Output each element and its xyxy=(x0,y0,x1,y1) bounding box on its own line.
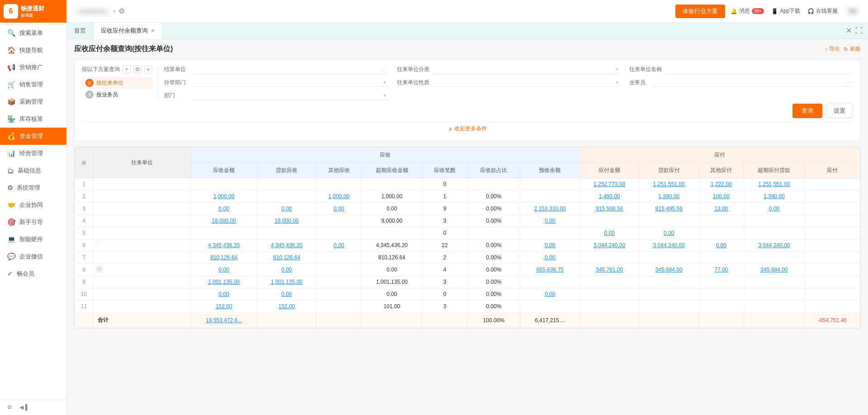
table-cell[interactable]: 101.00 xyxy=(362,301,422,313)
table-cell[interactable]: 0.00 xyxy=(362,288,422,301)
table-cell[interactable]: 0.00 xyxy=(520,288,580,301)
table-cell[interactable]: 0.00% xyxy=(467,288,520,301)
table-cell[interactable]: 18,000.00 xyxy=(191,215,257,227)
table-cell[interactable]: 0.00 xyxy=(520,215,580,227)
table-cell[interactable]: 0.00% xyxy=(467,239,520,252)
table-cell[interactable]: 1,251,551.00 xyxy=(639,178,699,191)
table-cell[interactable]: 0 xyxy=(422,288,467,301)
table-cell[interactable]: 1,252,773.00 xyxy=(580,178,639,191)
table-cell[interactable]: 3,044,240.00 xyxy=(580,239,639,252)
table-cell[interactable]: 18,000.00 xyxy=(257,215,316,227)
sidebar-item-wechat[interactable]: 💬 企业微信 xyxy=(0,248,66,265)
table-cell[interactable]: 1,001,135.00 xyxy=(191,276,257,288)
tab-close-all-icon[interactable]: ✕ xyxy=(846,26,852,35)
sidebar-item-system[interactable]: ⚙ 系统管理 xyxy=(0,179,66,196)
table-cell[interactable]: 4,345,436.20 xyxy=(362,239,422,252)
table-cell[interactable]: 0.00 xyxy=(257,264,316,276)
solution-button[interactable]: 体验行业方案 xyxy=(675,5,725,18)
sidebar-item-inventory[interactable]: 🏪 库存核算 xyxy=(0,110,66,128)
table-cell[interactable]: 0.00 xyxy=(362,264,422,276)
table-cell[interactable]: 0.00 xyxy=(362,203,422,215)
table-cell[interactable]: 0 xyxy=(422,178,467,191)
table-cell[interactable]: 1,000.00 xyxy=(316,191,362,203)
table-cell[interactable]: 3,044,240.00 xyxy=(639,239,699,252)
table-cell[interactable]: 0.00 xyxy=(520,239,580,252)
table-cell[interactable]: 3 xyxy=(422,301,467,313)
table-cell[interactable]: 1,390.00 xyxy=(744,191,804,203)
sidebar-item-collab[interactable]: 🤝 企业协同 xyxy=(0,196,66,214)
table-cell[interactable]: 2 xyxy=(422,252,467,264)
settlement-input[interactable]: ··· xyxy=(192,65,388,74)
settlement-dots[interactable]: ··· xyxy=(382,66,386,72)
filter-by-unit[interactable]: 往 按往来单位 xyxy=(82,77,153,89)
table-cell[interactable]: 4 xyxy=(422,264,467,276)
tab-home[interactable]: 首页 xyxy=(67,23,94,39)
table-cell[interactable]: 0.00 xyxy=(316,203,362,215)
settings-button[interactable]: 设置 xyxy=(826,104,853,118)
table-cell[interactable]: 1,000.00 xyxy=(191,191,257,203)
table-cell[interactable]: 3 xyxy=(422,276,467,288)
table-cell[interactable]: 4,345,436.20 xyxy=(191,239,257,252)
user-info[interactable]: Rit xyxy=(845,7,861,16)
table-cell[interactable]: 345,761.00 xyxy=(580,264,639,276)
table-cell[interactable]: 2,153,333.00 xyxy=(520,203,580,215)
table-cell[interactable]: 0.00 xyxy=(744,203,804,215)
filter-collapse-icon[interactable]: « xyxy=(144,65,152,73)
sidebar-item-member[interactable]: ✓ 畅会员 xyxy=(0,265,66,282)
table-cell[interactable]: 4,345,436.20 xyxy=(257,239,316,252)
query-button[interactable]: 查询 xyxy=(793,104,822,118)
table-cell[interactable]: 1,001,135.00 xyxy=(257,276,316,288)
sidebar-item-finance[interactable]: 💰 资金管理 xyxy=(0,128,66,145)
sidebar-item-sales[interactable]: 🛒 销售管理 xyxy=(0,76,66,93)
table-cell[interactable]: 9,000.00 xyxy=(362,215,422,227)
table-cell[interactable]: 915,508.56 xyxy=(580,203,639,215)
th-settings[interactable]: ⚙ xyxy=(75,148,93,178)
tab-close-icon[interactable]: ✕ xyxy=(151,28,155,34)
table-cell[interactable]: 1,490.00 xyxy=(580,191,639,203)
table-cell[interactable]: 0.00 xyxy=(520,252,580,264)
table-cell[interactable]: 0.00% xyxy=(467,301,520,313)
unit-nature-select[interactable]: ▾ xyxy=(432,78,621,87)
sidebar-item-marketing[interactable]: 📢 营销推广 xyxy=(0,59,66,76)
table-cell[interactable]: 1 xyxy=(422,191,467,203)
refresh-button[interactable]: ↻ 刷新 xyxy=(844,45,861,53)
unit-name-input[interactable] xyxy=(665,65,853,74)
table-cell[interactable]: 0.00 xyxy=(191,288,257,301)
table-cell[interactable]: 345,684.00 xyxy=(744,264,804,276)
table-cell[interactable]: 345,684.00 xyxy=(639,264,699,276)
sidebar-item-basic[interactable]: 🗂 基础信息 xyxy=(0,162,66,179)
table-cell[interactable]: 0.00 xyxy=(191,264,257,276)
table-cell[interactable]: 13.00 xyxy=(698,203,744,215)
table-cell[interactable]: 9 xyxy=(422,203,467,215)
table-cell[interactable]: 1,001,135.00 xyxy=(362,276,422,288)
table-cell[interactable]: 0.00% xyxy=(467,264,520,276)
table-cell[interactable]: 3 xyxy=(422,215,467,227)
table-cell[interactable]: 0.00% xyxy=(467,203,520,215)
settings-footer-icon[interactable]: ⚙ xyxy=(7,404,12,410)
table-cell[interactable]: 810,126.64 xyxy=(191,252,257,264)
sidebar-item-hardware[interactable]: 💻 智能硬件 xyxy=(0,231,66,248)
table-cell[interactable]: 0.00% xyxy=(467,215,520,227)
customer-service-action[interactable]: 🎧 在线客服 xyxy=(807,7,838,15)
table-cell[interactable]: 0.00 xyxy=(257,203,316,215)
table-cell[interactable]: 77.00 xyxy=(698,264,744,276)
table-cell[interactable]: 1,390.00 xyxy=(639,191,699,203)
notifications-action[interactable]: 🔔 消息 99+ xyxy=(731,7,764,15)
collapse-sidebar-icon[interactable]: ◀▐ xyxy=(19,404,28,410)
subdept-select[interactable]: ▾ xyxy=(192,91,388,100)
sidebar-item-operations[interactable]: 📊 经营管理 xyxy=(0,145,66,162)
table-cell[interactable]: 0.00 xyxy=(191,203,257,215)
table-cell[interactable]: 0.00% xyxy=(467,276,520,288)
salesperson-dots[interactable]: ··· xyxy=(847,79,851,86)
sidebar-item-quicknav[interactable]: 🏠 快捷导航 xyxy=(0,42,66,59)
table-cell[interactable]: 100.00 xyxy=(698,191,744,203)
table-cell[interactable]: 22 xyxy=(422,239,467,252)
table-cell[interactable]: 152.00 xyxy=(191,301,257,313)
table-cell[interactable]: 1,251,551.00 xyxy=(744,178,804,191)
table-cell[interactable]: 810,126.64 xyxy=(257,252,316,264)
table-cell[interactable]: 1,000.00 xyxy=(362,191,422,203)
table-cell[interactable]: 152.00 xyxy=(257,301,316,313)
table-cell[interactable]: 0.00 xyxy=(698,239,744,252)
table-cell[interactable]: 0.00 xyxy=(580,227,639,239)
export-button[interactable]: ↑ 导出 xyxy=(825,45,840,53)
